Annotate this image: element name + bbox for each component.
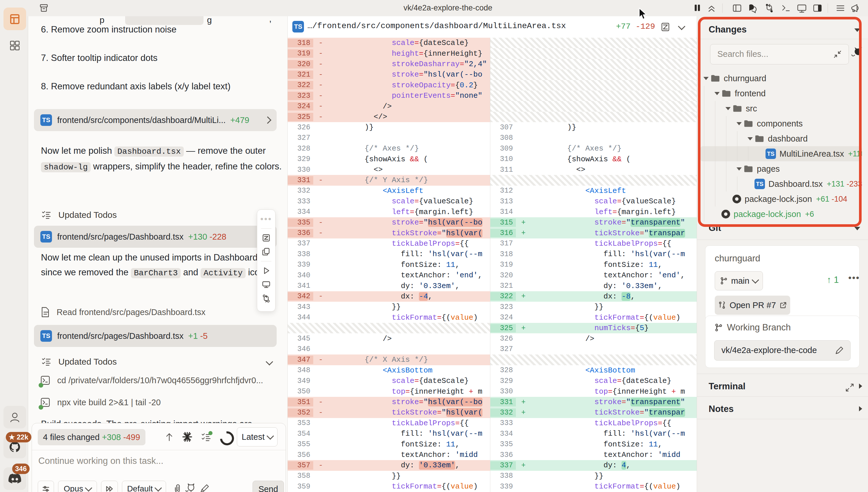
terminal-command-row[interactable]: cd /private/var/folders/10/h7w0q46556ggr… [40,375,263,386]
more-options-icon[interactable]: ••• [848,272,860,283]
branch-dropdown[interactable]: main [715,271,763,290]
diff-sign: - [313,292,328,300]
caret-down-icon[interactable] [714,92,720,95]
expand-icon[interactable] [844,382,855,393]
collapse-icon[interactable] [706,3,717,14]
terminal-icon[interactable] [780,3,791,14]
code-text: stroke="transparent" [531,218,697,227]
composer-input[interactable]: Continue working on this task... [38,456,163,466]
file-change-chip[interactable]: TS frontend/src/pages/Dashboard.tsx +130… [34,226,277,248]
caret-down-icon[interactable] [703,77,709,80]
tree-file-MultiLineArea.tsx[interactable]: TSMultiLineArea.tsx+110 -162 [701,146,862,161]
tree-folder-src[interactable]: src [701,101,862,116]
app-logo-button[interactable] [3,7,26,30]
diff-icon[interactable] [261,231,271,245]
chevron-down-icon[interactable] [679,24,684,30]
tree-folder-churnguard[interactable]: churnguard [701,71,862,86]
git-network-icon[interactable] [764,3,775,14]
code-text: stroke="hsl(var(--bo [328,70,490,79]
read-file-row[interactable]: Read frontend/src/pages/Dashboard.tsx [40,306,206,318]
code-text: fontSize: 11, [328,261,490,269]
cat-icon[interactable] [185,483,197,492]
expand-caret-icon[interactable] [859,406,862,411]
pause-icon[interactable] [692,3,703,14]
compress-icon[interactable] [832,49,843,59]
git-compare-icon[interactable] [261,292,271,305]
play-icon[interactable] [261,264,271,278]
up-arrow-icon[interactable] [163,431,175,443]
send-button[interactable]: Send [253,481,284,492]
line-number: 352 [288,409,313,417]
tree-file-package-lock.json[interactable]: package-lock.json+6 [701,206,862,222]
file-change-chip[interactable]: TS frontend/src/components/dashboard/Mul… [34,109,277,131]
code-text: scale={dateScale} [531,376,697,385]
line-number: 345 [288,335,313,343]
package-file-icon [732,195,741,203]
kanban-view-button[interactable] [3,34,26,57]
account-button[interactable] [3,406,26,428]
latest-dropdown[interactable]: Latest [237,427,278,446]
fast-forward-button[interactable] [101,481,118,492]
collapse-caret-icon[interactable] [854,227,860,230]
old-diff-line: 337 tickLabelProps={{ [288,239,490,249]
chat-bubbles-icon[interactable] [747,3,758,14]
line-number: 329 [288,155,313,163]
git-compare-icon [718,301,726,309]
updated-todos-row[interactable]: Updated Todos [41,208,277,222]
menu-icon[interactable] [835,3,846,14]
diff-view-icon[interactable] [660,22,671,32]
caret-down-icon[interactable] [736,167,742,171]
caret-down-icon[interactable] [736,122,742,125]
terminal-command-row[interactable]: npx vite build 2>&1 | tail -20 [40,397,161,408]
mode-dropdown[interactable]: Default [122,481,166,492]
search-files-input[interactable]: Search files... [710,44,849,65]
line-number: 324 [288,102,313,110]
paperclip-icon[interactable] [172,483,183,492]
tree-file-Dashboard.tsx[interactable]: TSDashboard.tsx+131 -233 [701,176,862,192]
new-diff-line [490,112,697,122]
model-dropdown[interactable]: Opus [58,481,97,492]
file-change-chip[interactable]: TS frontend/src/pages/Dashboard.tsx +1 -… [34,325,277,347]
expand-caret-icon[interactable] [859,384,862,389]
copy-icon[interactable] [261,245,271,259]
spark-icon[interactable] [181,431,193,443]
caret-down-icon[interactable] [748,137,753,141]
panel-right-icon[interactable] [812,3,823,14]
line-number: 325 [490,324,516,333]
diff-sign: - [313,229,328,237]
code-text: {/* Y Axis */} [328,176,490,184]
monitor-icon[interactable] [796,3,807,14]
collapse-caret-icon[interactable] [854,28,860,32]
folder-icon [732,104,742,113]
pen-icon[interactable] [199,483,210,492]
working-branch-input[interactable]: vk/4e2a-explore-the-code [714,340,850,361]
panel-left-icon[interactable] [731,3,743,14]
line-number: 359 [288,483,313,491]
tree-folder-components[interactable]: components [701,116,862,131]
monitor-icon[interactable] [261,278,271,292]
folder-icon [721,89,731,98]
tree-folder-dashboard[interactable]: dashboard [701,131,862,146]
tree-file-package-lock.json[interactable]: package-lock.json+61 -104 [701,192,862,206]
megaphone-icon[interactable] [850,3,861,14]
indent-guide [715,146,723,161]
open-pr-button[interactable]: Open PR #7 [715,296,790,315]
settings-sliders-button[interactable] [38,481,54,492]
updated-todos-row[interactable]: Updated Todos [41,355,277,368]
files-changed-chip[interactable]: 4 files changed +308 -499 [38,429,145,445]
divider [697,39,868,39]
pencil-icon[interactable] [834,345,844,356]
line-number: 322 [490,292,516,300]
line-number: 311 [490,166,516,174]
tree-folder-pages[interactable]: pages [701,161,862,176]
new-diff-line: 317 tickLabelProps={{ [490,239,697,249]
person-icon [8,411,21,423]
todo-list-toggle-icon[interactable] [200,431,213,444]
diff-body[interactable]: 318- scale={dateScale}319- height={inner… [288,38,697,492]
caret-down-icon[interactable] [725,107,731,110]
cat-icon[interactable] [851,46,865,60]
tree-folder-frontend[interactable]: frontend [701,86,862,101]
code-text: fill: 'hsl(var(--m [531,429,697,438]
old-diff-line: 340 textAnchor: 'end', [288,270,490,280]
more-options-icon[interactable]: ••• [260,212,272,226]
